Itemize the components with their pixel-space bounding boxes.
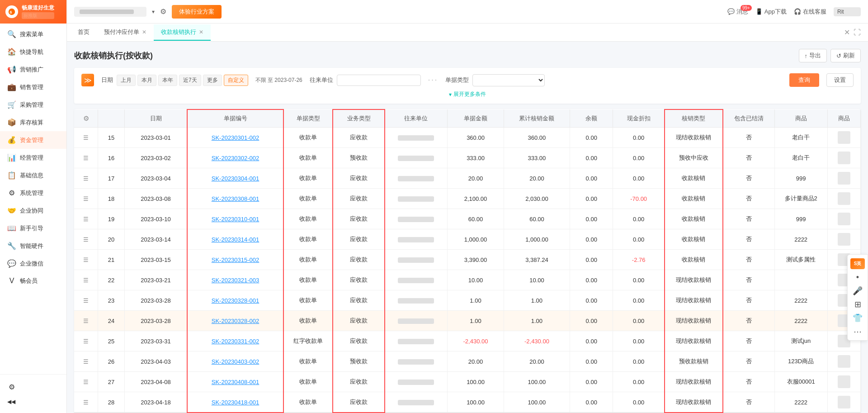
filter-settings-btn[interactable]: 设置 (826, 73, 854, 87)
query-btn[interactable]: 查询 (789, 73, 819, 87)
sidebar-item-guide[interactable]: 📖 新手引导 (0, 219, 66, 237)
doc-no-link[interactable]: SK-20230321-003 (212, 277, 259, 284)
doc-no-link[interactable]: SK-20230418-001 (212, 399, 259, 406)
export-btn[interactable]: ↑ 导出 (799, 49, 827, 62)
filter-this-year-btn[interactable]: 本年 (158, 75, 177, 86)
sidebar-collapse-btn[interactable]: ◀◀ (0, 395, 66, 408)
cell-gear[interactable]: ☰ (74, 331, 98, 351)
th-gear[interactable]: ⚙ (74, 109, 98, 128)
cell-gear[interactable]: ☰ (74, 250, 98, 270)
doc-no-link[interactable]: SK-20230304-001 (212, 175, 259, 182)
cell-gear[interactable]: ☰ (74, 229, 98, 250)
float-logo[interactable]: S英 (850, 258, 865, 269)
cell-gear[interactable]: ☰ (74, 372, 98, 392)
tab-payable-close-icon[interactable]: ✕ (142, 29, 146, 35)
online-service-label: 在线客服 (803, 8, 826, 16)
purchase-icon: 🛒 (7, 100, 16, 109)
doc-no-link[interactable]: SK-20230331-002 (212, 338, 259, 345)
tab-expand-icon[interactable]: ⛶ (854, 28, 861, 37)
doc-no-link[interactable]: SK-20230308-001 (212, 195, 259, 202)
doc-no-link[interactable]: SK-20230328-002 (212, 318, 259, 324)
filter-counterpart-input[interactable] (337, 75, 421, 86)
filter-doctype-select[interactable]: 收款单 红字收款单 (472, 74, 545, 86)
sidebar-item-sales[interactable]: 💼 销售管理 (0, 78, 66, 96)
sidebar-item-hardware[interactable]: 🔧 智能硬件 (0, 237, 66, 255)
filter-more-btn[interactable]: 更多 (203, 75, 222, 86)
doc-no-link[interactable]: SK-20230301-002 (212, 134, 259, 141)
cell-gear[interactable]: ☰ (74, 392, 98, 413)
topbar-gear-icon[interactable]: ⚙ (160, 7, 166, 16)
cell-gear[interactable]: ☰ (74, 351, 98, 372)
cell-date: 2023-03-14 (124, 229, 187, 250)
cell-gear[interactable]: ☰ (74, 148, 98, 168)
doc-no-link[interactable]: SK-20230302-002 (212, 155, 259, 161)
sidebar-item-system[interactable]: ⚙ 系统管理 (0, 184, 66, 202)
app-download-btn[interactable]: 📱 App下载 (755, 8, 787, 16)
cell-cash-discount: 0.00 (613, 331, 665, 351)
doc-no-link[interactable]: SK-20230314-001 (212, 236, 259, 243)
tab-payable[interactable]: 预付冲应付单 ✕ (97, 24, 154, 41)
filter-custom-btn[interactable]: 自定义 (224, 75, 248, 86)
table-settings-icon[interactable]: ⚙ (83, 114, 89, 122)
cell-goods-img (827, 209, 860, 229)
online-service-btn[interactable]: 🎧 在线客服 (794, 8, 826, 16)
cell-include-settled: 否 (723, 270, 774, 290)
cell-gear[interactable]: ☰ (74, 270, 98, 290)
data-table-container: ⚙ 日期 单据编号 单据类型 业务类型 往来单位 单据金额 累计核销金额 余额 … (74, 109, 861, 413)
tab-payable-label: 预付冲应付单 (104, 28, 139, 36)
tab-home[interactable]: 首页 (71, 24, 97, 41)
doc-no-link[interactable]: SK-20230403-002 (212, 358, 259, 365)
sidebar-item-quicknav[interactable]: 🏠 快捷导航 (0, 43, 66, 61)
phone-icon: 📱 (755, 8, 763, 15)
system-icon: ⚙ (7, 189, 16, 197)
sidebar-item-member[interactable]: V 畅会员 (0, 272, 66, 290)
float-grid-icon[interactable]: ⊞ (854, 299, 861, 309)
cell-gear[interactable]: ☰ (74, 209, 98, 229)
sidebar-item-operations[interactable]: 📊 经营管理 (0, 149, 66, 166)
industry-btn[interactable]: 体验行业方案 (172, 5, 222, 19)
sidebar-item-purchase[interactable]: 🛒 采购管理 (0, 96, 66, 114)
sidebar-item-finance[interactable]: 💰 资金管理 (0, 131, 66, 149)
message-badge: 99+ (741, 5, 752, 11)
cell-gear[interactable]: ☰ (74, 168, 98, 189)
cell-seq: 25 (98, 331, 125, 351)
filter-this-month-btn[interactable]: 本月 (137, 75, 156, 86)
float-more-icon[interactable]: ⋯ (854, 327, 862, 337)
sidebar-item-collab[interactable]: 🤝 企业协同 (0, 202, 66, 219)
filter-7days-btn[interactable]: 近7天 (179, 75, 201, 86)
guide-icon: 📖 (7, 224, 16, 233)
tab-close-all-icon[interactable]: ✕ (844, 28, 850, 37)
doc-no-link[interactable]: SK-20230328-001 (212, 297, 259, 304)
float-mic-icon[interactable]: 🎤 (853, 286, 863, 296)
sidebar-settings-btn[interactable]: ⚙ (0, 379, 66, 395)
sidebar-item-basic[interactable]: 📋 基础信息 (0, 166, 66, 184)
sidebar-item-wechat[interactable]: 💬 企业微信 (0, 255, 66, 272)
cell-seq: 23 (98, 290, 125, 311)
cell-goods-img (827, 189, 860, 209)
doc-no-link[interactable]: SK-20230408-001 (212, 379, 259, 385)
user-avatar[interactable]: Rit (834, 7, 861, 16)
tab-collection[interactable]: 收款核销执行 ✕ (154, 24, 211, 41)
cell-gear[interactable]: ☰ (74, 128, 98, 148)
doc-no-link[interactable]: SK-20230315-002 (212, 256, 259, 263)
cell-writeoff-amount: 10.00 (504, 270, 570, 290)
sidebar-item-search[interactable]: 🔍 搜索菜单 (0, 25, 66, 43)
cell-gear[interactable]: ☰ (74, 189, 98, 209)
float-dot-icon[interactable]: • (856, 273, 859, 282)
refresh-btn[interactable]: ↺ 刷新 (830, 49, 861, 62)
tab-collection-close-icon[interactable]: ✕ (199, 29, 203, 35)
expand-conditions-btn[interactable]: ▾ 展开更多条件 (449, 90, 486, 98)
cell-include-settled: 否 (723, 290, 774, 311)
cell-goods-img (827, 372, 860, 392)
cell-doc-type: 收款单 (283, 128, 333, 148)
doc-no-link[interactable]: SK-20230310-001 (212, 216, 259, 223)
float-shirt-icon[interactable]: 👕 (853, 313, 863, 323)
sidebar-item-marketing[interactable]: 📢 营销推广 (0, 61, 66, 78)
filter-last-month-btn[interactable]: 上月 (117, 75, 136, 86)
dropdown-arrow-icon[interactable]: ▾ (152, 9, 155, 15)
sidebar-item-inventory[interactable]: 📦 库存核算 (0, 114, 66, 131)
message-btn[interactable]: 💬 消息 99+ (727, 8, 748, 16)
cell-gear[interactable]: ☰ (74, 290, 98, 311)
cell-gear[interactable]: ☰ (74, 311, 98, 331)
filter-toggle-btn[interactable]: ≫ (81, 74, 94, 86)
